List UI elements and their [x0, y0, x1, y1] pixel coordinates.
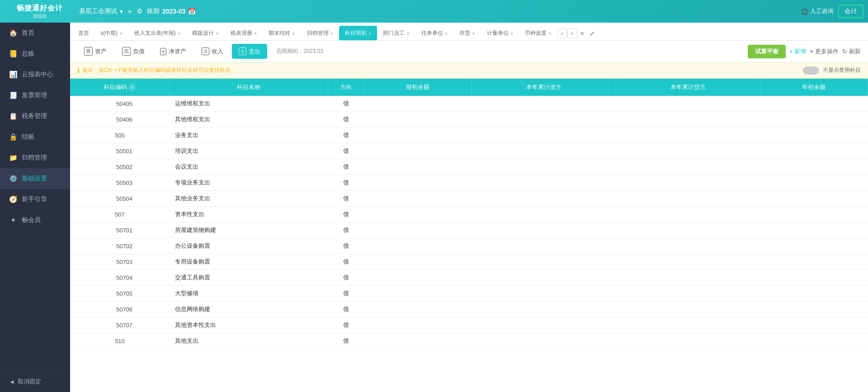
table-row[interactable]: 50501培训支出借 [70, 143, 868, 159]
sidebar-item-home[interactable]: 🏠首页 [0, 23, 70, 43]
sidebar-item-ledger[interactable]: 📒总账 [0, 43, 70, 64]
cat-tab-icon-liability: 负 [122, 47, 131, 56]
table-row[interactable]: 50705大型修缮借 [70, 286, 868, 302]
tab-taxform[interactable]: 税表清册× [225, 26, 263, 40]
tab-income[interactable]: 收入支出表(年报)× [128, 26, 186, 40]
sidebar-item-guide[interactable]: 🧭新手引导 [0, 189, 70, 210]
tab-close-currency[interactable]: × [548, 31, 551, 36]
tab-archive[interactable]: 归档管理× [301, 26, 339, 40]
add-button[interactable]: + 新增 [789, 47, 806, 56]
tab-unit[interactable]: 计量单位× [481, 26, 519, 40]
tab-prev-button[interactable]: ‹ [557, 28, 567, 38]
table-row[interactable]: 50406其他维权支出借 [70, 112, 868, 128]
pin-icon: ◄ [9, 378, 15, 385]
tab-close-department[interactable]: × [406, 31, 409, 36]
cell-ytd_debit [472, 159, 616, 175]
tab-close-all-button[interactable]: × [577, 28, 587, 38]
period-label: 账期 [147, 7, 160, 15]
tab-close-period_end[interactable]: × [292, 31, 295, 36]
cell-opening_balance [364, 317, 472, 333]
sidebar-item-settings[interactable]: ⚙️基础设置 [0, 168, 70, 189]
calendar-icon[interactable]: 📅 [188, 8, 196, 15]
tab-inventory[interactable]: 存货× [453, 26, 481, 40]
table-row[interactable]: 505业务支出借 [70, 128, 868, 143]
cell-ytd_balance [760, 159, 868, 175]
hide-disabled-toggle[interactable] [803, 66, 819, 75]
table-row[interactable]: 50703专用设备购置借 [70, 254, 868, 270]
table-container[interactable]: 科目编码 ⚙科目名称方向期初余额本年累计借方本年累计贷方年初余额 50405运维… [70, 79, 868, 392]
tab-close-subject_init[interactable]: × [368, 31, 371, 36]
cat-tab-net_asset[interactable]: ≡净资产 [153, 44, 193, 59]
sidebar-item-reports[interactable]: 📊云报表中心 [0, 64, 70, 85]
tab-close-unit[interactable]: × [510, 31, 513, 36]
org-selector[interactable]: 基层工会测试 ▾ ＋ ⚙ [79, 6, 142, 17]
info-text: 提示：按Ctrl + F键并输入科目编码或者科目名称可以查找科目。 [82, 66, 236, 74]
org-dropdown-icon[interactable]: ▾ [120, 8, 123, 15]
cell-direction: 借 [328, 238, 364, 254]
sidebar-item-archive[interactable]: 📁归档管理 [0, 147, 70, 168]
refresh-button[interactable]: ↻ 刷新 [842, 47, 861, 56]
cat-tab-label-liability: 负债 [133, 47, 145, 56]
cell-ytd_debit [472, 302, 616, 317]
tab-subject_init[interactable]: 科目期初× [339, 26, 377, 40]
tab-close-cashier[interactable]: × [119, 31, 122, 36]
tab-period_end[interactable]: 期末结转× [263, 26, 301, 40]
tab-label-taxform: 税表清册 [231, 29, 252, 37]
sidebar-item-close[interactable]: 🔒结账 [0, 127, 70, 147]
sidebar-item-invoice[interactable]: 🧾发票管理 [0, 85, 70, 106]
table-row[interactable]: 50704交通工具购置借 [70, 270, 868, 286]
table-row[interactable]: 50503专项业务支出借 [70, 175, 868, 191]
tab-template[interactable]: 模版设计× [186, 26, 224, 40]
support-button[interactable]: 🎧 人工咨询 [801, 7, 834, 15]
tab-close-template[interactable]: × [216, 31, 218, 36]
tab-currency[interactable]: 币种设置× [519, 26, 557, 40]
tab-next-button[interactable]: › [567, 28, 577, 38]
table-row[interactable]: 510其他支出借 [70, 333, 868, 349]
cell-code: 50703 [70, 254, 170, 270]
more-button[interactable]: ≡ 更多操作 [810, 47, 839, 56]
period-value: 2023-03 [162, 8, 185, 15]
tab-close-partner[interactable]: × [445, 31, 448, 36]
balance-button[interactable]: 试算平衡 [748, 45, 786, 58]
col-header-ytd_debit: 本年累计借方 [472, 79, 616, 96]
cell-name: 大型修缮 [170, 286, 328, 302]
tab-expand-button[interactable]: ⤢ [587, 28, 597, 38]
tab-cashier[interactable]: ε(中期)× [95, 26, 128, 40]
tab-home[interactable]: 首页 [72, 26, 95, 40]
column-settings-icon[interactable]: ⚙ [129, 84, 136, 91]
tab-partner[interactable]: 往来单位× [415, 26, 453, 40]
tab-close-income[interactable]: × [178, 31, 180, 36]
sidebar-item-vip[interactable]: ✦畅会员 [0, 210, 70, 231]
refresh-icon: ↻ [842, 48, 847, 55]
table-row[interactable]: 50701房屋建筑物购建借 [70, 222, 868, 238]
cat-tab-expense[interactable]: ⊙支出 [232, 44, 267, 59]
tab-department[interactable]: 部门员工× [377, 26, 415, 40]
table-row[interactable]: 50702办公设备购置借 [70, 238, 868, 254]
tab-close-inventory[interactable]: × [472, 31, 475, 36]
cell-ytd_credit [616, 159, 760, 175]
tab-label-inventory: 存货 [459, 29, 470, 37]
table-row[interactable]: 50504其他业务支出借 [70, 191, 868, 207]
pin-sidebar-button[interactable]: ◄ 取消固定 [0, 371, 70, 392]
sidebar-label-guide: 新手引导 [22, 195, 47, 203]
tab-label-unit: 计量单位 [487, 29, 509, 37]
cell-code: 50504 [70, 191, 170, 207]
tab-close-taxform[interactable]: × [254, 31, 257, 36]
add-org-icon[interactable]: ＋ [126, 6, 134, 17]
cat-tab-asset[interactable]: 资资产 [77, 44, 113, 59]
cell-code: 50406 [70, 112, 170, 128]
cell-ytd_balance [760, 191, 868, 207]
cat-tab-liability[interactable]: 负负债 [115, 44, 151, 59]
table-row[interactable]: 50405运维维权支出借 [70, 96, 868, 112]
cell-name: 培训支出 [170, 143, 328, 159]
table-row[interactable]: 50502会议支出借 [70, 159, 868, 175]
table-row[interactable]: 50707其他资本性支出借 [70, 317, 868, 333]
table-row[interactable]: 507资本性支出借 [70, 207, 868, 222]
account-button[interactable]: 会计 [838, 5, 863, 18]
table-row[interactable]: 50706信息网络购建借 [70, 302, 868, 317]
cell-opening_balance [364, 112, 472, 128]
settings-icon[interactable]: ⚙ [137, 7, 142, 15]
sidebar-item-tax[interactable]: 📋税务管理 [0, 106, 70, 127]
cat-tab-income[interactable]: ⊙收入 [195, 44, 230, 59]
tab-close-archive[interactable]: × [330, 31, 333, 36]
